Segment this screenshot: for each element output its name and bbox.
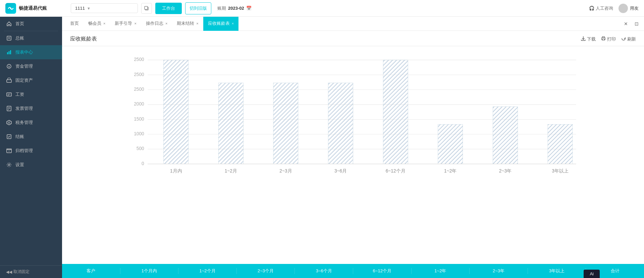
refresh-button[interactable]: 刷新 bbox=[621, 36, 636, 42]
period-area: 账期 2023-02 📅 bbox=[217, 5, 252, 11]
sidebar-item-ledger[interactable]: 总账 bbox=[0, 31, 62, 45]
tab-member[interactable]: 畅会员 × bbox=[84, 17, 110, 31]
tab-aging-close[interactable]: × bbox=[232, 21, 234, 25]
tab-member-label: 畅会员 bbox=[88, 20, 101, 26]
logo-icon bbox=[5, 3, 16, 14]
collapse-icon: ◀◀ bbox=[6, 270, 12, 274]
th-2-3year: 2~3年 bbox=[470, 268, 528, 274]
sidebar-item-invoice[interactable]: 发票管理 bbox=[0, 101, 62, 116]
svg-text:税: 税 bbox=[8, 121, 10, 124]
company-selector[interactable]: 1111 ▼ bbox=[71, 3, 138, 13]
ai-badge-label: Ai bbox=[590, 271, 594, 276]
maximize-button[interactable]: ⊡ bbox=[632, 19, 641, 28]
company-name: 1111 bbox=[75, 6, 85, 11]
svg-text:1~2年: 1~2年 bbox=[444, 168, 457, 173]
tab-member-close[interactable]: × bbox=[103, 21, 105, 25]
sidebar-label-tax: 税务管理 bbox=[15, 120, 33, 126]
sidebar-label-checkout: 结账 bbox=[15, 134, 24, 140]
copy-button[interactable] bbox=[141, 3, 152, 14]
invoice-icon bbox=[6, 106, 12, 112]
user-area[interactable]: 用友 bbox=[619, 4, 639, 13]
switch-version-button[interactable]: 切到旧版 bbox=[185, 2, 211, 14]
refresh-label: 刷新 bbox=[627, 36, 636, 42]
tab-aging-label: 应收账龄表 bbox=[208, 20, 230, 26]
svg-rect-8 bbox=[9, 51, 10, 54]
consult-button[interactable]: 🎧 人工咨询 bbox=[589, 5, 613, 11]
ai-badge[interactable]: Ai bbox=[584, 270, 600, 278]
svg-rect-28 bbox=[602, 39, 604, 40]
svg-rect-4 bbox=[7, 36, 11, 40]
download-icon bbox=[581, 36, 586, 42]
sidebar-item-reports[interactable]: 报表中心 bbox=[0, 45, 62, 59]
th-6-12month: 6~12个月 bbox=[353, 268, 412, 274]
period-value: 2023-02 bbox=[228, 6, 244, 11]
user-name: 用友 bbox=[630, 5, 639, 11]
tab-yearend-close[interactable]: × bbox=[196, 21, 198, 25]
sidebar-item-funds[interactable]: ¥ 资金管理 bbox=[0, 59, 62, 73]
bar-2-3年 bbox=[493, 107, 518, 164]
logo-area: 畅捷通易代账 bbox=[5, 3, 67, 14]
svg-text:3年以上: 3年以上 bbox=[552, 168, 569, 173]
bar-6-12月 bbox=[383, 60, 408, 164]
tab-oplog[interactable]: 操作日志 × bbox=[141, 17, 172, 31]
svg-point-26 bbox=[8, 164, 10, 166]
tab-guide[interactable]: 新手引导 × bbox=[110, 17, 141, 31]
svg-text:2500: 2500 bbox=[134, 72, 144, 77]
sidebar-item-home[interactable]: 首页 bbox=[0, 17, 62, 31]
tab-bar: 首页 畅会员 × 新手引导 × 操作日志 × 期末结转 × bbox=[62, 17, 644, 31]
refresh-icon bbox=[621, 36, 626, 42]
svg-text:1500: 1500 bbox=[134, 117, 144, 122]
sidebar-label-home: 首页 bbox=[15, 21, 24, 27]
svg-text:6~12个月: 6~12个月 bbox=[386, 168, 406, 173]
chevron-down-icon: ▼ bbox=[87, 6, 91, 10]
tab-home[interactable]: 首页 bbox=[65, 17, 84, 31]
print-button[interactable]: 打印 bbox=[601, 36, 616, 42]
svg-text:2500: 2500 bbox=[134, 57, 144, 62]
payroll-icon bbox=[6, 91, 12, 97]
tab-oplog-close[interactable]: × bbox=[165, 21, 167, 25]
tab-aging[interactable]: 应收账龄表 × bbox=[203, 17, 238, 31]
archive-icon bbox=[6, 148, 12, 154]
svg-text:3~6月: 3~6月 bbox=[334, 168, 347, 173]
download-label: 下载 bbox=[587, 36, 596, 42]
bar-3-6月 bbox=[328, 83, 353, 164]
sidebar-label-archive: 归档管理 bbox=[15, 148, 33, 154]
close-all-button[interactable]: ✕ bbox=[621, 19, 631, 28]
page-title: 应收账龄表 bbox=[70, 36, 97, 43]
sidebar-label-ledger: 总账 bbox=[15, 35, 24, 41]
svg-point-3 bbox=[622, 6, 625, 9]
svg-text:1月内: 1月内 bbox=[170, 168, 182, 173]
download-button[interactable]: 下载 bbox=[581, 36, 596, 42]
page-content: 应收账龄表 下载 bbox=[62, 31, 644, 278]
svg-rect-13 bbox=[7, 93, 11, 96]
print-icon bbox=[601, 36, 606, 42]
collapse-bar[interactable]: ◀◀ 取消固定 bbox=[0, 265, 62, 278]
tax-icon: 税 bbox=[6, 120, 12, 126]
th-1-2year: 1~2年 bbox=[412, 268, 470, 274]
ledger-icon bbox=[6, 35, 12, 41]
svg-text:2500: 2500 bbox=[134, 87, 144, 92]
calendar-icon[interactable]: 📅 bbox=[246, 6, 252, 11]
collapse-label: 取消固定 bbox=[13, 269, 30, 275]
logo-text: 畅捷通易代账 bbox=[19, 5, 47, 11]
tab-guide-close[interactable]: × bbox=[134, 21, 136, 25]
svg-text:¥: ¥ bbox=[8, 65, 10, 68]
tab-yearend[interactable]: 期末结转 × bbox=[172, 17, 203, 31]
sidebar-item-tax[interactable]: 税 税务管理 bbox=[0, 116, 62, 130]
home-icon bbox=[6, 21, 12, 27]
sidebar-item-archive[interactable]: 归档管理 bbox=[0, 144, 62, 158]
sidebar-item-assets[interactable]: 固定资产 bbox=[0, 73, 62, 87]
sidebar-label-reports: 报表中心 bbox=[15, 49, 33, 55]
workbench-button[interactable]: 工作台 bbox=[155, 3, 182, 14]
sidebar-item-checkout[interactable]: 结账 bbox=[0, 130, 62, 144]
app-container: 畅捷通易代账 1111 ▼ 工作台 切到旧版 账期 2023-02 📅 🎧 人工… bbox=[0, 0, 644, 278]
reports-icon bbox=[6, 49, 12, 55]
avatar bbox=[619, 4, 628, 13]
sidebar-label-invoice: 发票管理 bbox=[15, 106, 33, 112]
sidebar-label-payroll: 工资 bbox=[15, 91, 24, 97]
sidebar-item-settings[interactable]: 设置 bbox=[0, 158, 62, 172]
svg-rect-2 bbox=[145, 6, 148, 9]
main-area: 首页 总账 bbox=[0, 17, 644, 278]
sidebar-item-payroll[interactable]: 工资 bbox=[0, 87, 62, 101]
print-label: 打印 bbox=[607, 36, 616, 42]
